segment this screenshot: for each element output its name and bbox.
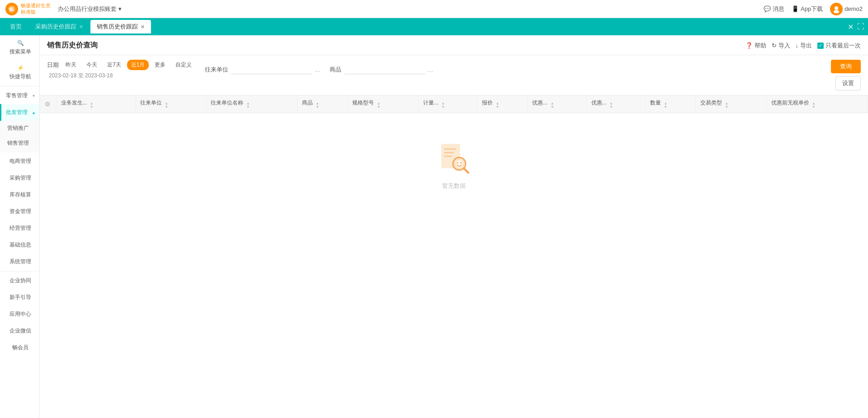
th-discount1: 优惠... ▲▼ <box>528 95 586 113</box>
sort-qty-icon[interactable]: ▲▼ <box>664 102 667 109</box>
app-selector[interactable]: 办公用品行业模拟账套 ▾ <box>54 3 125 15</box>
sort-spec-icon[interactable]: ▲▼ <box>377 102 381 109</box>
tab-bar-right: ✕ ⛶ <box>848 23 864 31</box>
sidebar-item-basic-info[interactable]: 基础信息 <box>0 237 39 253</box>
sidebar-item-quick-nav[interactable]: ⚡ 快捷导航 <box>0 60 39 85</box>
close-tab-purchase-icon[interactable]: ✕ <box>79 24 83 30</box>
sidebar-item-purchase[interactable]: 采购管理 <box>0 170 39 186</box>
svg-point-2 <box>835 6 838 10</box>
help-button[interactable]: ❓ 帮助 <box>745 42 766 50</box>
sidebar-divider-2 <box>0 152 39 152</box>
empty-text: 暂无数据 <box>442 182 466 190</box>
import-icon: ↻ <box>772 42 777 49</box>
nav-icon: ⚡ <box>17 65 24 71</box>
date-btn-1month[interactable]: 近1月 <box>127 60 149 70</box>
date-filter-group: 日期 昨天 今天 近7天 近1月 更多 自定义 2023-02-18 至 202… <box>47 60 196 80</box>
date-buttons: 昨天 今天 近7天 近1月 更多 自定义 <box>61 60 196 70</box>
sort-quote-icon[interactable]: ▲▼ <box>495 102 499 109</box>
export-button[interactable]: ↓ 导出 <box>796 42 812 50</box>
partner-dots-button[interactable]: ... <box>314 66 320 74</box>
sort-trade-type-icon[interactable]: ▲▼ <box>725 102 729 109</box>
setting-button[interactable]: 设置 <box>835 76 861 90</box>
svg-rect-7 <box>444 156 452 157</box>
partner-input[interactable] <box>231 65 312 74</box>
only-last-checkbox-area[interactable]: ✓ 只看最后一次 <box>817 42 861 50</box>
date-btn-custom[interactable]: 自定义 <box>171 60 196 70</box>
sidebar-item-marketing[interactable]: 营销推广 <box>0 121 39 136</box>
user-menu[interactable]: demo2 <box>830 3 863 15</box>
date-label: 日期 <box>47 61 59 69</box>
filter-section: 日期 昨天 今天 近7天 近1月 更多 自定义 2023-02-18 至 202… <box>47 60 824 80</box>
th-trade-type: 交易类型 ▲▼ <box>696 95 767 113</box>
th-spec: 规格型号 ▲▼ <box>348 95 419 113</box>
date-btn-7days[interactable]: 近7天 <box>103 60 125 70</box>
date-btn-yesterday[interactable]: 昨天 <box>61 60 80 70</box>
sort-partner-id-icon[interactable]: ▲▼ <box>165 102 168 109</box>
goods-dots-button[interactable]: ... <box>427 66 433 74</box>
sidebar-item-operations[interactable]: 经营管理 <box>0 220 39 237</box>
svg-point-3 <box>834 10 839 13</box>
svg-point-12 <box>461 162 462 164</box>
date-btn-more[interactable]: 更多 <box>151 60 170 70</box>
button-area: 查询 设置 <box>831 60 861 90</box>
content-area: 销售历史价查询 ❓ 帮助 ↻ 导入 ↓ 导出 <box>40 35 868 418</box>
main-layout: 🔍 搜索菜单 ⚡ 快捷导航 零售管理 ▾ 批发管理 ▴ 营销推广 销售管理 电商… <box>0 35 868 418</box>
maximize-button[interactable]: ⛶ <box>857 23 864 31</box>
goods-input[interactable] <box>344 65 425 74</box>
sidebar-item-guide[interactable]: 新手引导 <box>0 289 39 306</box>
chevron-down-icon-wholesale: ▴ <box>33 110 35 115</box>
search-icon: 🔍 <box>17 40 24 46</box>
sort-discount2-icon[interactable]: ▲▼ <box>609 102 613 109</box>
chevron-down-icon: ▾ <box>118 5 122 12</box>
sort-goods-icon[interactable]: ▲▼ <box>316 102 319 109</box>
th-no-tax-price: 优惠前无税单价 ▲▼ <box>766 95 868 113</box>
close-all-tabs-button[interactable]: ✕ <box>848 23 854 31</box>
partner-input-area: ... <box>231 65 320 74</box>
download-icon: 📱 <box>792 5 799 12</box>
message-icon: 💬 <box>764 5 771 12</box>
message-button[interactable]: 💬 消息 <box>764 5 784 13</box>
page-actions: ❓ 帮助 ↻ 导入 ↓ 导出 ✓ 只看最后一 <box>745 42 861 50</box>
close-tab-sales-icon[interactable]: ✕ <box>141 24 145 30</box>
sidebar-item-enterprise[interactable]: 企业协同 <box>0 272 39 289</box>
sidebar-item-member[interactable]: 畅会员 <box>0 339 39 356</box>
sidebar-item-search-menu[interactable]: 🔍 搜索菜单 <box>0 35 39 60</box>
sidebar: 🔍 搜索菜单 ⚡ 快捷导航 零售管理 ▾ 批发管理 ▴ 营销推广 销售管理 电商… <box>0 35 40 418</box>
settings-icon[interactable]: ⚙ <box>45 100 51 108</box>
partner-filter: 往来单位 ... <box>205 65 320 74</box>
sidebar-item-inventory[interactable]: 库存核算 <box>0 186 39 203</box>
sidebar-item-finance[interactable]: 资金管理 <box>0 203 39 220</box>
tab-sales-history[interactable]: 销售历史价跟踪 ✕ <box>90 20 151 33</box>
sidebar-item-app-center[interactable]: 应用中心 <box>0 306 39 323</box>
tab-purchase-history[interactable]: 采购历史价跟踪 ✕ <box>29 20 90 33</box>
query-button[interactable]: 查询 <box>831 60 861 73</box>
sort-no-tax-price-icon[interactable]: ▲▼ <box>812 102 816 109</box>
sort-partner-name-icon[interactable]: ▲▼ <box>246 102 250 109</box>
sidebar-item-system[interactable]: 系统管理 <box>0 253 39 270</box>
import-button[interactable]: ↻ 导入 <box>772 42 790 50</box>
svg-line-10 <box>464 168 468 173</box>
sort-unit-icon[interactable]: ▲▼ <box>441 102 445 109</box>
empty-state: 暂无数据 <box>40 113 868 217</box>
sort-discount1-icon[interactable]: ▲▼ <box>551 102 554 109</box>
tab-bar: 首页 采购历史价跟踪 ✕ 销售历史价跟踪 ✕ ✕ ⛶ <box>0 18 868 35</box>
sidebar-item-wechat[interactable]: 企业微信 <box>0 323 39 339</box>
tab-home[interactable]: 首页 <box>4 20 28 33</box>
sidebar-item-sales-manage[interactable]: 销售管理 <box>0 136 39 151</box>
filter-action-row: 日期 昨天 今天 近7天 近1月 更多 自定义 2023-02-18 至 202… <box>40 55 868 95</box>
app-download-button[interactable]: 📱 App下载 <box>792 5 823 13</box>
th-discount2: 优惠... ▲▼ <box>586 95 645 113</box>
date-range-display: 2023-02-18 至 2023-03-18 <box>49 72 113 80</box>
top-bar: 畅 畅捷通好生意 标准版 办公用品行业模拟账套 ▾ 💬 消息 📱 App下载 d… <box>0 0 868 18</box>
export-icon: ↓ <box>796 42 799 49</box>
th-unit: 计量... ▲▼ <box>418 95 477 113</box>
sidebar-item-wholesale[interactable]: 批发管理 ▴ <box>0 104 39 121</box>
goods-filter: 商品 ... <box>330 65 433 74</box>
sidebar-item-ecommerce[interactable]: 电商管理 <box>0 153 39 170</box>
sort-biz-date-icon[interactable]: ▲▼ <box>90 102 94 109</box>
sidebar-item-retail[interactable]: 零售管理 ▾ <box>0 87 39 104</box>
avatar <box>830 3 843 15</box>
date-btn-today[interactable]: 今天 <box>82 60 101 70</box>
only-last-checkbox[interactable]: ✓ <box>817 43 824 49</box>
empty-icon <box>436 140 472 176</box>
